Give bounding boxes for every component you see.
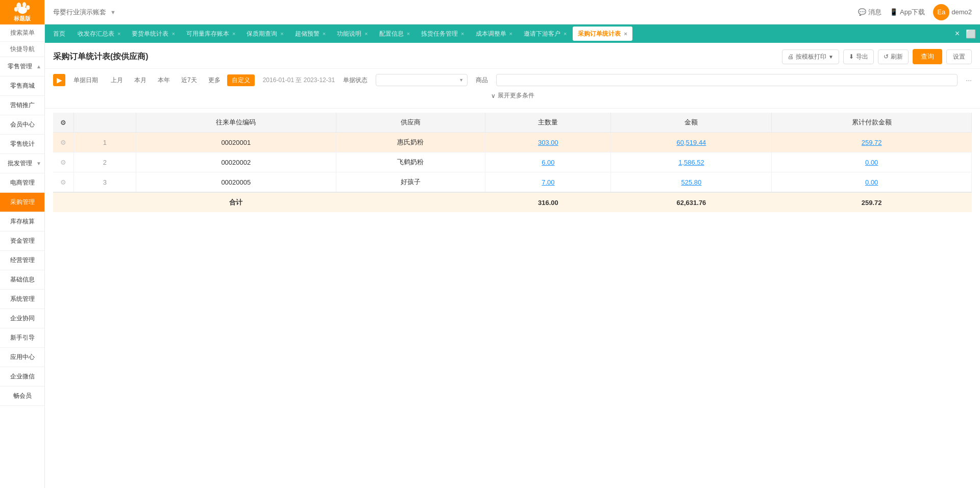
table-row[interactable]: ⚙ 1 00020001 惠氏奶粉 303.00 60,519.44 259.7… (53, 133, 972, 152)
row-supplier-code-1: 00020002 (136, 152, 336, 172)
search-menu[interactable]: 搜索菜单 (0, 24, 44, 42)
sidebar-item-marketing-label: 营销推广 (3, 101, 41, 110)
sidebar-item-marketing[interactable]: 营销推广 (0, 96, 44, 115)
tab-invite-downstream-close[interactable]: × (564, 31, 567, 37)
status-select[interactable] (376, 74, 468, 86)
date-pill-this-year[interactable]: 本年 (153, 74, 175, 86)
tab-function-desc[interactable]: 功能说明 × (332, 27, 373, 41)
col-supplier-code[interactable]: 往来单位编码 (136, 113, 336, 133)
tab-config-info-close[interactable]: × (407, 31, 410, 37)
export-button[interactable]: ⬇ 导出 (843, 49, 874, 64)
tab-home[interactable]: 首页 (47, 27, 71, 41)
tab-config-info[interactable]: 配置信息 × (374, 27, 415, 41)
goods-filter-input[interactable] (496, 74, 958, 86)
date-pill-this-month[interactable]: 本月 (130, 74, 151, 86)
settings-button[interactable]: 设置 (946, 49, 972, 64)
tab-cost-adjustment[interactable]: 成本调整单 × (471, 27, 518, 41)
footer-amount: 62,631.76 (611, 192, 772, 212)
template-print-button[interactable]: 🖨 按模板打印 ▼ (782, 49, 839, 64)
logo: 标题版 (0, 0, 44, 24)
sidebar-item-purchase[interactable]: 采购管理 (0, 193, 44, 212)
query-button[interactable]: 查询 (913, 49, 942, 64)
sidebar-item-member[interactable]: 畅会员 (0, 387, 44, 406)
sidebar: 标题版 搜索菜单 快捷导航 零售管理 ▲ 零售商城 营销推广 会员中心 零售统计… (0, 0, 45, 488)
row-gear-1[interactable]: ⚙ (53, 152, 74, 172)
tab-purchase-stats-close[interactable]: × (172, 31, 175, 37)
tab-purchase-order-stats-close[interactable]: × (624, 31, 627, 37)
expand-more-button[interactable]: ∨ 展开更多条件 (53, 88, 972, 103)
col-gear[interactable]: ⚙ (53, 113, 74, 133)
footer-paid-amount: 259.72 (772, 192, 972, 212)
quick-nav[interactable]: 快捷导航 (0, 42, 44, 57)
refresh-icon: ↺ (884, 53, 889, 60)
sidebar-item-new-guide[interactable]: 新手引导 (0, 328, 44, 348)
tab-function-desc-close[interactable]: × (364, 31, 368, 37)
tab-collection-summary[interactable]: 收发存汇总表 × (72, 27, 126, 41)
sidebar-item-app-center[interactable]: 应用中心 (0, 348, 44, 367)
tab-expiry-query[interactable]: 保质期查询 × (241, 27, 288, 41)
col-supplier-name-label: 供应商 (401, 118, 421, 126)
tab-purchase-stats[interactable]: 要货单统计表 × (127, 27, 180, 41)
row-paid-amount-2: 0.00 (772, 172, 972, 193)
breadcrumb-dropdown-icon[interactable]: ▼ (110, 9, 116, 15)
date-pill-custom[interactable]: 自定义 (227, 74, 255, 86)
username: demo2 (951, 8, 972, 16)
sidebar-item-retail-mall[interactable]: 零售商城 (0, 76, 44, 96)
sidebar-item-basic-info[interactable]: 基础信息 (0, 270, 44, 290)
tab-collection-summary-close[interactable]: × (117, 31, 120, 37)
tab-overstock-warning[interactable]: 超储预警 × (290, 27, 331, 41)
tab-purchase-order-stats[interactable]: 采购订单统计表 × (573, 27, 632, 41)
date-pill-7days[interactable]: 近7天 (177, 74, 202, 86)
date-pill-last-month[interactable]: 上月 (106, 74, 128, 86)
table-footer: 合计 316.00 62,631.76 259.72 (53, 192, 972, 212)
sidebar-item-ecommerce[interactable]: 电商管理 (0, 173, 44, 193)
row-gear-icon: ⚙ (60, 178, 66, 186)
tab-cost-adjustment-close[interactable]: × (509, 31, 512, 37)
tab-expiry-query-close[interactable]: × (280, 31, 283, 37)
sidebar-item-retail-mall-label: 零售商城 (3, 82, 41, 90)
tab-bar-controls: × ⬜ (953, 28, 978, 40)
sidebar-item-app-center-label: 应用中心 (3, 353, 41, 362)
sidebar-item-ecommerce-label: 电商管理 (3, 178, 41, 187)
message-button[interactable]: 💬 消息 (858, 8, 881, 17)
refresh-button[interactable]: ↺ 刷新 (878, 49, 909, 64)
main-area: 母婴行业演示账套 ▼ 💬 消息 📱 App下载 Ea demo2 首页 (45, 0, 980, 488)
tab-maximize-button[interactable]: ⬜ (964, 28, 978, 40)
table-row[interactable]: ⚙ 3 00020005 好孩子 7.00 525.80 0.00 (53, 172, 972, 193)
date-pill-more[interactable]: 更多 (204, 74, 225, 86)
tab-invite-downstream[interactable]: 邀请下游客户 × (519, 27, 572, 41)
filter-toggle-icon: ▶ (57, 76, 62, 84)
sidebar-item-enterprise-collab[interactable]: 企业协同 (0, 309, 44, 328)
sidebar-item-member-center[interactable]: 会员中心 (0, 115, 44, 135)
sidebar-item-system[interactable]: 系统管理 (0, 290, 44, 309)
sidebar-item-inventory[interactable]: 库存核算 (0, 212, 44, 232)
sidebar-item-wholesale[interactable]: 批发管理 ▼ (0, 154, 44, 173)
avatar-text: Ea (937, 8, 945, 16)
tab-picking-task[interactable]: 拣货任务管理 × (416, 27, 469, 41)
tab-overstock-warning-close[interactable]: × (323, 31, 326, 37)
app-download-button[interactable]: 📱 App下载 (890, 8, 925, 17)
sidebar-item-finance[interactable]: 资金管理 (0, 232, 44, 251)
tab-close-all-button[interactable]: × (953, 28, 962, 39)
filter-toggle-button[interactable]: ▶ (53, 74, 65, 86)
sidebar-item-retail-management[interactable]: 零售管理 ▲ (0, 57, 44, 76)
sidebar-item-retail-stats[interactable]: 零售统计 (0, 135, 44, 154)
status-filter-label: 单据状态 (343, 76, 368, 85)
col-quantity[interactable]: 主数量 (485, 113, 611, 133)
col-amount[interactable]: 金额 (611, 113, 772, 133)
tab-picking-task-close[interactable]: × (461, 31, 464, 37)
footer-empty-2 (74, 192, 136, 212)
col-paid-amount[interactable]: 累计付款金额 (772, 113, 972, 133)
table-row[interactable]: ⚙ 2 00020002 飞鹤奶粉 6.00 1,586.52 0.00 (53, 152, 972, 172)
row-gear-0[interactable]: ⚙ (53, 133, 74, 152)
col-supplier-name[interactable]: 供应商 (336, 113, 485, 133)
goods-filter-more-icon[interactable]: ··· (966, 76, 972, 84)
sidebar-item-enterprise-wechat[interactable]: 企业微信 (0, 367, 44, 387)
tab-available-inventory[interactable]: 可用量库存账本 × (181, 27, 240, 41)
row-gear-2[interactable]: ⚙ (53, 172, 74, 193)
user-profile[interactable]: Ea demo2 (933, 4, 972, 20)
avatar: Ea (933, 4, 949, 20)
expand-more-icon: ∨ (491, 92, 496, 99)
tab-available-inventory-close[interactable]: × (232, 31, 235, 37)
sidebar-item-operations[interactable]: 经营管理 (0, 251, 44, 270)
